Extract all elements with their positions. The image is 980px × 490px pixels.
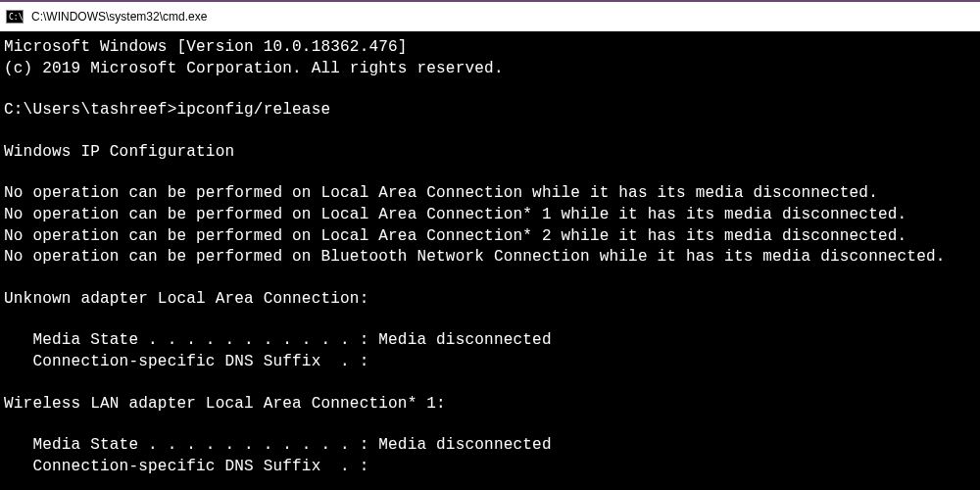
adapter-header: Unknown adapter Local Area Connection: <box>4 289 976 311</box>
adapter-media-state: Media State . . . . . . . . . . . : Medi… <box>4 330 976 352</box>
blank-line <box>4 122 976 142</box>
output-message: No operation can be performed on Local A… <box>4 205 976 226</box>
banner-line: (c) 2019 Microsoft Corporation. All righ… <box>4 59 976 80</box>
adapter-media-state: Media State . . . . . . . . . . . : Medi… <box>4 435 976 457</box>
adapter-dns-suffix: Connection-specific DNS Suffix . : <box>4 457 976 478</box>
blank-line <box>4 310 976 330</box>
window-titlebar[interactable]: C:\. C:\WINDOWS\system32\cmd.exe <box>0 2 980 31</box>
blank-line <box>4 415 976 435</box>
adapter-header: Wireless LAN adapter Local Area Connecti… <box>4 394 976 416</box>
command-text: ipconfig/release <box>176 101 330 119</box>
blank-line <box>4 163 976 183</box>
window-title: C:\WINDOWS\system32\cmd.exe <box>31 10 207 24</box>
output-message: No operation can be performed on Local A… <box>4 226 976 248</box>
cmd-icon: C:\. <box>6 10 24 24</box>
prompt: C:\Users\tashreef> <box>4 101 176 119</box>
blank-line <box>4 269 976 289</box>
output-message: No operation can be performed on Local A… <box>4 183 976 205</box>
prompt-line: C:\Users\tashreef>ipconfig/release <box>4 100 976 122</box>
banner-line: Microsoft Windows [Version 10.0.18362.47… <box>4 37 976 59</box>
terminal-output[interactable]: Microsoft Windows [Version 10.0.18362.47… <box>0 31 980 483</box>
blank-line <box>4 373 976 394</box>
blank-line <box>4 79 976 100</box>
section-header: Windows IP Configuration <box>4 142 976 164</box>
adapter-dns-suffix: Connection-specific DNS Suffix . : <box>4 352 976 373</box>
output-message: No operation can be performed on Bluetoo… <box>4 247 976 269</box>
